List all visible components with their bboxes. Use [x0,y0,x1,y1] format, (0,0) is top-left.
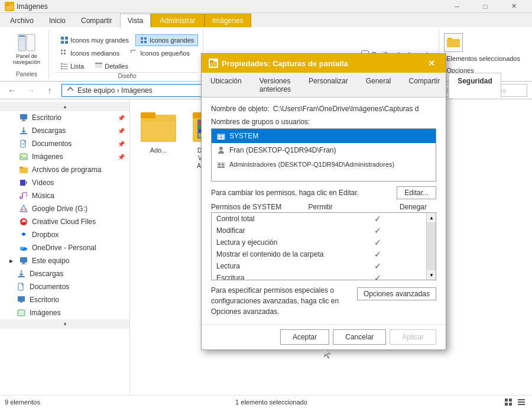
sidebar-label-documentos2: Documentos [30,283,69,291]
perm-scroll-up-btn[interactable]: ▲ [427,213,436,222]
dialog-content: Nombre de objeto: C:\Users\Fran\OneDrive… [202,98,446,324]
svg-point-93 [218,135,220,137]
sidebar-item-google-drive[interactable]: Google Drive (G:) [0,202,129,215]
detalles-btn[interactable]: Detalles [90,60,132,72]
sidebar-scroll-down[interactable]: ▼ [0,319,130,329]
special-perms-row: Para especificar permisos especiales o c… [211,285,436,317]
tab-general[interactable]: General [357,73,400,97]
sidebar-item-dropbox[interactable]: Dropbox [0,228,129,241]
creative-cloud-icon [19,217,28,226]
sidebar-item-onedrive[interactable]: OneDrive - Personal [0,241,129,254]
svg-rect-31 [95,66,102,66]
folder-adobe-icon [140,106,177,144]
file-label-adobe: Ado... [150,147,167,154]
sidebar-item-musica[interactable]: Música [0,189,129,202]
iconos-muy-grandes-btn[interactable]: Iconos muy grandes [56,34,133,46]
svg-rect-24 [63,64,68,64]
forward-button[interactable]: → [24,83,38,98]
svg-point-95 [219,147,223,150]
sidebar-label-este-equipo: Este equipo [32,257,69,265]
maximize-button[interactable]: □ [472,0,499,13]
document-icon-2 [17,282,26,292]
svg-rect-7 [61,37,64,40]
tab-imagenes[interactable]: Imágenes [205,14,251,27]
svg-rect-28 [63,69,68,69]
accept-button[interactable]: Aceptar [280,329,329,345]
panel-navegacion-button[interactable]: Panel de navegación [9,32,44,66]
tab-compartir[interactable]: Compartir [400,73,449,97]
permissions-scrollbar[interactable]: ▲ ▼ [426,213,436,280]
sidebar-item-imagenes2[interactable]: Imágenes [0,306,129,319]
permissions-header-row: Permisos de SYSTEM Permitir Denegar [211,203,436,211]
sidebar-label-musica: Música [32,192,54,200]
iconos-grandes-btn[interactable]: Iconos grandes [135,34,198,46]
edit-button[interactable]: Editar... [397,186,436,199]
sidebar-scroll-up[interactable]: ▲ [0,102,130,111]
permissions-table: Control total ✓ Modificar ✓ Lectura y ej… [211,212,436,280]
file-item-adobe[interactable]: Ado... [135,104,182,172]
sidebar-item-creative-cloud[interactable]: Creative Cloud Files [0,215,129,228]
sidebar-item-descargas2[interactable]: Descargas [0,267,129,280]
svg-rect-18 [64,53,66,54]
tab-vista[interactable]: Vista [120,14,151,28]
ribbon-group-layout: Iconos muy grandes Iconos grandes Iconos… [51,30,203,79]
minimize-button[interactable]: ─ [443,0,471,13]
title-bar-icon [5,2,14,11]
sidebar-item-documentos[interactable]: Documentos 📌 [0,137,129,150]
tab-administrar[interactable]: Administrar [151,14,205,27]
list-view-btn[interactable] [515,396,527,408]
svg-rect-17 [61,53,63,54]
status-count: 9 elementos [5,399,40,406]
close-button[interactable]: ✕ [500,0,527,13]
sidebar-item-imagenes[interactable]: Imágenes 📌 [0,150,129,163]
dialog-title: Propiedades: Capturas de pantalla [209,59,348,68]
user-item-admins[interactable]: Administradores (DESKTOP-Q1DR94D\Adminis… [212,157,436,171]
tab-archivo[interactable]: Archivo [2,14,41,27]
svg-rect-89 [518,404,525,405]
tab-seguridad[interactable]: Seguridad [449,73,501,98]
svg-point-98 [222,163,224,166]
tab-personalizar[interactable]: Personalizar [300,73,357,97]
svg-rect-85 [505,403,508,406]
iconos-medianos-btn[interactable]: Iconos medianos [56,47,124,59]
elementos-btn[interactable]: Elementos seleccionados [444,54,523,63]
dialog-title-text: Propiedades: Capturas de pantalla [222,59,348,68]
sidebar-item-escritorio[interactable]: Escritorio 📌 [0,111,129,124]
svg-rect-60 [18,283,23,290]
grid-view-btn[interactable] [502,396,514,408]
apply-button[interactable]: Aplicar [390,329,436,345]
download-icon-2 [17,269,26,279]
perm-allow-control-total: ✓ [360,214,395,224]
deny-header: Denegar [400,203,427,211]
sidebar-item-este-equipo[interactable]: ▶ Este equipo [0,254,129,267]
pin-icon-doc: 📌 [118,141,125,147]
sidebar-label-escritorio: Escritorio [32,114,61,122]
user-item-fran[interactable]: Fran (DESKTOP-Q1DR94D\Fran) [212,143,436,157]
back-button[interactable]: ← [5,83,19,98]
dialog-close-button[interactable]: ✕ [424,56,439,70]
dialog-titlebar: Propiedades: Capturas de pantalla ✕ [202,54,446,73]
advanced-button[interactable]: Opciones avanzadas [357,287,436,300]
sidebar-item-archivos[interactable]: Archivos de programa [0,163,129,176]
sidebar-item-escritorio2[interactable]: Escritorio [0,293,129,306]
lista-btn[interactable]: Lista [56,60,88,72]
tab-ubicacion[interactable]: Ubicación [202,73,251,97]
sidebar-item-documentos2[interactable]: Documentos [0,280,129,293]
user-label-system: SYSTEM [229,132,258,140]
cancel-button[interactable]: Cancelar [333,329,386,345]
dropbox-icon [19,230,28,239]
up-button[interactable]: ↑ [43,83,57,98]
tab-compartir[interactable]: Compartir [73,14,120,27]
sidebar-item-videos[interactable]: Vídeos [0,176,129,189]
svg-rect-84 [509,399,512,401]
tab-versiones[interactable]: Versiones anteriores [251,73,300,97]
iconos-pequeños-btn[interactable]: Iconos pequeños [126,47,194,59]
perm-allow-lectura-ejecucion: ✓ [360,238,395,247]
perm-scroll-down-btn[interactable]: ▼ [427,270,436,280]
tab-inicio[interactable]: Inicio [41,14,73,27]
pin-icon: 📌 [118,115,125,121]
sidebar-item-descargas[interactable]: Descargas 📌 [0,124,129,137]
folder-icon-arch [19,165,28,174]
svg-rect-59 [18,276,25,277]
user-item-system[interactable]: SYSTEM [212,129,436,143]
